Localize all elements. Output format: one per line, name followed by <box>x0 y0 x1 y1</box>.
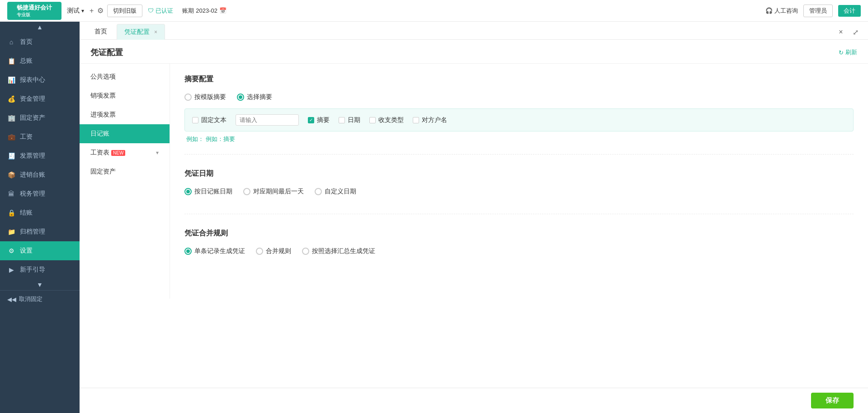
left-nav-item-purchase-invoice[interactable]: 进项发票 <box>80 105 170 124</box>
checkbox-summary-box: ✓ <box>308 117 314 123</box>
checkbox-summary[interactable]: ✓ 摘要 <box>308 116 330 124</box>
sidebar-item-label: 结账 <box>20 209 33 217</box>
radio-select-circle <box>237 94 244 101</box>
fixed-text-input[interactable] <box>236 114 299 126</box>
sidebar-item-label: 总账 <box>20 57 33 65</box>
radio-single-label: 单条记录生成凭证 <box>194 247 245 255</box>
sidebar-item-salary[interactable]: 💼 工资 <box>0 127 80 146</box>
sidebar-scroll-down[interactable]: ▼ <box>0 279 80 290</box>
tab-home[interactable]: 首页 <box>87 23 115 39</box>
project-selector[interactable]: 测试 ▾ <box>67 7 84 15</box>
window-close-button[interactable]: × <box>835 27 846 38</box>
role-button[interactable]: 会计 <box>838 5 861 17</box>
sidebar-item-ledger[interactable]: 📋 总账 <box>0 52 80 70</box>
page-inner: 凭证配置 ↻ 刷新 公共选项 销项发票 进项发票 日记账 <box>80 40 868 388</box>
period-text: 账期 <box>182 7 194 15</box>
sidebar-item-archive[interactable]: 📁 归档管理 <box>0 222 80 241</box>
topbar-right: 🎧 人工咨询 管理员 会计 <box>765 5 861 17</box>
left-nav-item-public[interactable]: 公共选项 <box>80 67 170 86</box>
logo-line2: 专业版 <box>17 12 52 18</box>
radio-select-merge-label: 按照选择汇总生成凭证 <box>312 247 375 255</box>
example-text: 例如： 例如：摘要 <box>184 135 854 143</box>
calendar-icon[interactable]: 📅 <box>219 7 226 14</box>
sidebar-item-label: 固定资产 <box>20 114 45 122</box>
service-label: 人工咨询 <box>774 7 798 15</box>
radio-single-circle <box>184 248 192 255</box>
checkbox-date-box <box>339 117 345 123</box>
radio-merge-rule-label: 合并规则 <box>266 247 291 255</box>
refresh-icon: ↻ <box>839 49 844 56</box>
sidebar-item-assets[interactable]: 🏢 固定资产 <box>0 108 80 127</box>
sidebar-item-label: 报表中心 <box>20 76 45 84</box>
sidebar-item-guide[interactable]: ▶ 新手引导 <box>0 260 80 279</box>
left-nav-item-payroll[interactable]: 工资表NEW ▾ <box>80 143 170 162</box>
sales-icon: 📦 <box>7 171 15 179</box>
sidebar-item-close[interactable]: 🔒 结账 <box>0 203 80 222</box>
sidebar-item-home[interactable]: ⌂ 首页 <box>0 33 80 52</box>
sidebar-item-label: 归档管理 <box>20 228 45 236</box>
settings-icon[interactable]: ⚙ <box>97 6 104 15</box>
cancel-fixed-button[interactable]: ◀◀ 取消固定 <box>0 290 80 308</box>
checkbox-fixed-text-label: 固定文本 <box>201 116 226 124</box>
save-button[interactable]: 保存 <box>811 393 854 408</box>
sidebar-item-tax[interactable]: 🏛 税务管理 <box>0 184 80 203</box>
reports-icon: 📊 <box>7 76 15 84</box>
left-nav-item-sales-invoice[interactable]: 销项发票 <box>80 86 170 105</box>
radio-merge-rule[interactable]: 合并规则 <box>256 247 291 255</box>
checkbox-counterpart-box <box>413 117 419 123</box>
project-name: 测试 <box>67 7 80 15</box>
payroll-row: 工资表NEW ▾ <box>90 149 159 157</box>
add-icon[interactable]: + <box>90 7 94 15</box>
certified-badge: 🛡 已认证 <box>148 7 173 15</box>
bottom-bar: 保存 <box>80 388 868 413</box>
page-content: 凭证配置 ↻ 刷新 公共选项 销项发票 进项发票 日记账 <box>80 40 868 388</box>
radio-journal-date[interactable]: 按日记账日期 <box>184 188 232 196</box>
ledger-icon: 📋 <box>7 57 15 65</box>
sidebar-item-reports[interactable]: 📊 报表中心 <box>0 70 80 89</box>
page-wrapper: 凭证配置 ↻ 刷新 公共选项 销项发票 进项发票 日记账 <box>80 40 868 413</box>
tab-voucher-label: 凭证配置 <box>124 28 150 35</box>
checkbox-counterpart-label: 对方户名 <box>422 116 447 124</box>
service-button[interactable]: 🎧 人工咨询 <box>765 7 798 15</box>
sidebar-scroll-up[interactable]: ▲ <box>0 22 80 33</box>
user-button[interactable]: 管理员 <box>803 5 833 17</box>
fullscreen-button[interactable]: ⤢ <box>850 27 861 38</box>
radio-custom-date-label: 自定义日期 <box>325 188 356 196</box>
sidebar-item-invoice[interactable]: 🧾 发票管理 <box>0 146 80 165</box>
refresh-button[interactable]: ↻ 刷新 <box>839 48 857 56</box>
checkbox-income-type-label: 收支类型 <box>378 116 404 124</box>
period-display: 账期 2023-02 📅 <box>182 7 226 15</box>
checkbox-income-type[interactable]: 收支类型 <box>369 116 404 124</box>
switch-version-button[interactable]: 切到旧版 <box>107 5 142 17</box>
tab-home-label: 首页 <box>94 28 107 35</box>
sidebar-item-label: 税务管理 <box>20 190 45 198</box>
checkbox-counterpart[interactable]: 对方户名 <box>413 116 447 124</box>
radio-select-merge[interactable]: 按照选择汇总生成凭证 <box>302 247 375 255</box>
radio-single[interactable]: 单条记录生成凭证 <box>184 247 245 255</box>
left-nav-item-fixed-assets[interactable]: 固定资产 <box>80 162 170 181</box>
tabbar-right: × ⤢ <box>835 27 861 39</box>
tab-close-icon[interactable]: × <box>154 29 157 35</box>
radio-select[interactable]: 选择摘要 <box>237 93 272 101</box>
checkbox-fixed-text[interactable]: 固定文本 <box>192 116 226 124</box>
radio-template-label: 按模版摘要 <box>194 93 226 101</box>
sidebar-item-settings[interactable]: ⚙ 设置 <box>0 241 80 260</box>
voucher-merge-radio-group: 单条记录生成凭证 合并规则 按照选择汇总生成凭证 <box>184 247 854 255</box>
voucher-date-radio-group: 按日记账日期 对应期间最后一天 自定义日期 <box>184 188 854 196</box>
radio-template[interactable]: 按模版摘要 <box>184 93 226 101</box>
payroll-label: 工资表NEW <box>90 149 125 157</box>
checkbox-date[interactable]: 日期 <box>339 116 360 124</box>
left-nav-item-journal[interactable]: 日记账 <box>80 124 170 143</box>
radio-custom-date[interactable]: 自定义日期 <box>315 188 356 196</box>
example-prefix: 例如： <box>186 136 204 142</box>
certified-label: 已认证 <box>156 7 173 15</box>
sidebar-item-label: 发票管理 <box>20 152 45 160</box>
salary-icon: 💼 <box>7 133 15 141</box>
page-header: 凭证配置 ↻ 刷新 <box>80 40 868 64</box>
sidebar-item-capital[interactable]: 💰 资金管理 <box>0 89 80 108</box>
topbar: 畅捷通好会计 专业版 测试 ▾ + ⚙ 切到旧版 🛡 已认证 账期 2023-0… <box>0 0 868 22</box>
radio-period-last[interactable]: 对应期间最后一天 <box>243 188 304 196</box>
sidebar-item-sales[interactable]: 📦 进销台账 <box>0 165 80 184</box>
shield-icon: 🛡 <box>148 7 154 14</box>
tab-voucher-config[interactable]: 凭证配置 × <box>117 24 165 40</box>
